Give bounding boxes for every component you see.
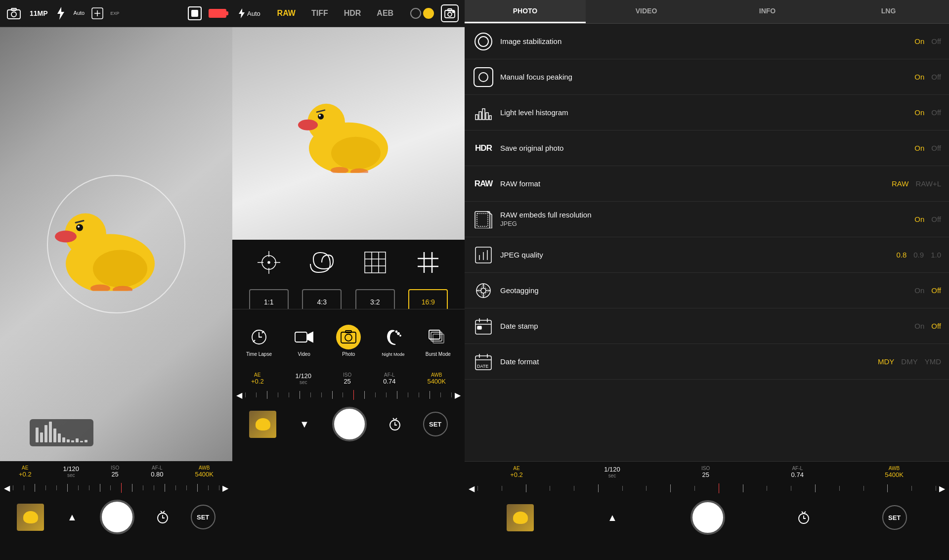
mode-burst[interactable]: Burst Mode (426, 325, 451, 357)
histogram-on[interactable]: On (914, 108, 924, 117)
tab-info[interactable]: INFO (707, 0, 828, 23)
date-format-ymd[interactable]: YMD (925, 357, 941, 366)
mode-photo[interactable]: Photo (336, 325, 361, 357)
af-value: 0.80 (151, 471, 163, 478)
exp-label-group: EXP (110, 11, 119, 16)
mode-icons-row: Time Lapse Video (232, 309, 465, 368)
svg-point-23 (453, 11, 454, 13)
middle-set-button[interactable]: SET (423, 412, 448, 436)
hdr-options: On Off (914, 144, 941, 152)
photo-label: Photo (342, 351, 355, 357)
mode-night[interactable]: Night Mode (381, 325, 406, 357)
raw-embeds-off[interactable]: Off (931, 215, 941, 223)
toggle-circle-1[interactable] (410, 8, 421, 19)
setting-geotagging: Geotagging On Off (465, 273, 949, 308)
raw-format-icon: RAW (473, 173, 494, 195)
slider-right-arrow[interactable]: ▶ (222, 483, 228, 493)
geotagging-off[interactable]: Off (931, 286, 941, 295)
right-thumbnail[interactable] (507, 504, 534, 531)
right-slider-left[interactable]: ◀ (469, 484, 474, 493)
middle-slider-right[interactable]: ▶ (455, 390, 461, 400)
jpeg-quality-08[interactable]: 0.8 (896, 251, 906, 259)
settings-list: Image stabilization On Off Manual focus … (465, 24, 949, 461)
format-tabs: RAW TIFF HDR AEB (267, 7, 403, 20)
middle-slider-track[interactable] (245, 389, 452, 401)
svg-rect-22 (448, 9, 452, 11)
svg-point-56 (400, 335, 401, 336)
middle-shutter-button[interactable] (332, 407, 367, 441)
flash-icon-left (53, 5, 69, 21)
mode-video[interactable]: Video (292, 325, 316, 357)
left-slider-track[interactable] (13, 482, 219, 494)
right-slider-right[interactable]: ▶ (939, 484, 945, 493)
jpeg-quality-10[interactable]: 1.0 (931, 251, 941, 259)
left-shutter-button[interactable] (100, 500, 134, 534)
toggle-circle-2[interactable] (423, 8, 434, 19)
right-set-button[interactable]: SET (882, 505, 907, 530)
camera-switch-icon[interactable] (441, 4, 459, 22)
date-format-icon: DATE (473, 351, 494, 373)
format-tab-raw[interactable]: RAW (273, 7, 300, 20)
format-tab-aeb[interactable]: AEB (373, 7, 397, 20)
format-tab-hdr[interactable]: HDR (340, 7, 365, 20)
jpeg-quality-09[interactable]: 0.9 (913, 251, 924, 259)
tab-lng[interactable]: LNG (828, 0, 949, 23)
night-icon (381, 325, 406, 350)
left-exposure-row: AE +0.2 1/120 sec ISO 25 AF-L 0.80 AWB 5… (0, 461, 232, 480)
raw-format-raw[interactable]: RAW (892, 179, 908, 188)
middle-slider-row: ◀ ▶ (232, 387, 465, 403)
grid-controls: 1:1 4:3 3:2 16:9 (232, 240, 465, 309)
focus-peaking-on[interactable]: On (914, 73, 924, 81)
middle-thumbnail[interactable] (249, 411, 276, 438)
right-slider-track[interactable] (477, 482, 936, 494)
date-stamp-label: Date stamp (500, 321, 908, 331)
histogram-off[interactable]: Off (931, 108, 941, 117)
right-shutter-button[interactable] (690, 500, 725, 535)
setting-jpeg-quality: JPEG quality 0.8 0.9 1.0 (465, 237, 949, 273)
chevron-up-button[interactable]: ▲ (62, 507, 82, 527)
mode-timelapse[interactable]: Time Lapse (246, 325, 272, 357)
tab-photo[interactable]: PHOTO (465, 0, 586, 23)
raw-format-rawl[interactable]: RAW+L (915, 179, 941, 188)
geotagging-on[interactable]: On (914, 286, 924, 295)
stabilization-on[interactable]: On (914, 37, 924, 45)
stabilization-options: On Off (914, 37, 941, 45)
hdr-on[interactable]: On (914, 144, 924, 152)
grid-hashtag-icon[interactable] (413, 248, 443, 277)
format-tab-tiff[interactable]: TIFF (307, 7, 332, 20)
middle-af-item: AF-L 0.74 (383, 372, 395, 385)
date-format-mdy[interactable]: MDY (878, 357, 894, 366)
left-timer-button[interactable] (153, 507, 173, 527)
slider-left-arrow[interactable]: ◀ (4, 483, 10, 493)
middle-af-value: 0.74 (383, 378, 395, 385)
focus-peaking-off[interactable]: Off (931, 73, 941, 81)
middle-top-bar: Auto RAW TIFF HDR AEB (232, 0, 465, 27)
geotagging-icon (473, 280, 494, 302)
duck-graphic (51, 187, 160, 291)
stabilization-off[interactable]: Off (931, 37, 941, 45)
chevron-down-button[interactable]: ▼ (295, 414, 314, 434)
right-timer-button[interactable] (794, 508, 814, 527)
histogram-options: On Off (914, 108, 941, 117)
svg-point-54 (397, 333, 399, 335)
middle-slider-left[interactable]: ◀ (236, 390, 242, 400)
middle-af-label: AF-L (384, 372, 395, 378)
crosshair-icon[interactable] (254, 248, 284, 277)
date-format-dmy[interactable]: DMY (901, 357, 917, 366)
svg-point-10 (55, 231, 77, 243)
raw-format-label: RAW format (500, 179, 886, 189)
spiral-icon[interactable] (307, 248, 337, 277)
date-stamp-off[interactable]: Off (931, 322, 941, 330)
hdr-off[interactable]: Off (931, 144, 941, 152)
left-thumbnail[interactable] (17, 504, 44, 531)
middle-timer-button[interactable] (385, 414, 405, 434)
date-stamp-on[interactable]: On (914, 322, 924, 330)
grid-3x3-icon[interactable] (360, 248, 390, 277)
raw-embeds-on[interactable]: On (914, 215, 924, 223)
date-stamp-icon (473, 315, 494, 337)
focus-peaking-label: Manual focus peaking (500, 72, 908, 82)
left-set-button[interactable]: SET (191, 505, 216, 529)
right-chevron-up-button[interactable]: ▲ (603, 508, 622, 527)
middle-thumbnail-duck (249, 411, 276, 438)
tab-video[interactable]: VIDEO (586, 0, 707, 23)
